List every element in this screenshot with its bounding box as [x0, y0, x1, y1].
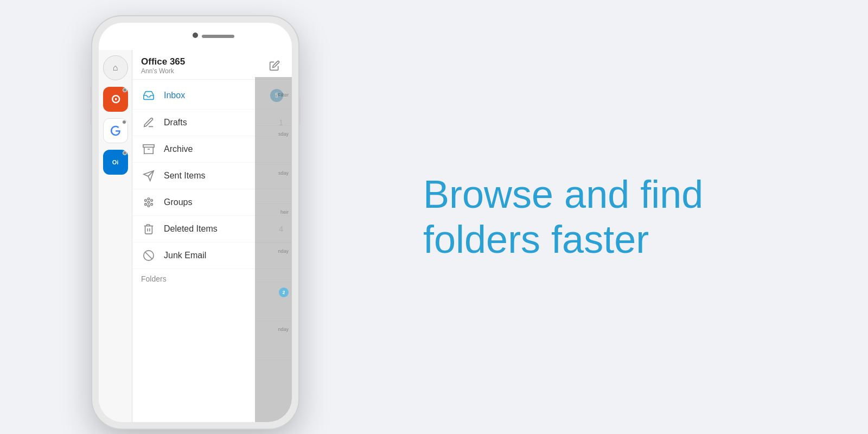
drafts-icon	[141, 117, 156, 129]
archive-icon	[141, 143, 156, 155]
overlay-date-7: nday	[278, 327, 289, 332]
svg-rect-0	[143, 145, 154, 148]
overlay-row-6: 2	[255, 283, 292, 321]
overlay-row-4: heir	[255, 205, 292, 243]
tagline: Browse and find folders faster	[423, 172, 703, 262]
sent-icon	[141, 170, 156, 182]
overlay-row-5: nday	[255, 244, 292, 282]
volume-up-button	[90, 87, 92, 103]
google-icon	[110, 125, 122, 137]
svg-point-8	[151, 203, 153, 206]
overlay-badge: 2	[279, 288, 289, 297]
overlay-row-3: sday	[255, 166, 292, 204]
app-icon-office[interactable]: ⊙	[103, 87, 128, 112]
overlay-date-4: heir	[280, 209, 289, 215]
mail-header: Office 365 Ann's Work	[132, 50, 292, 80]
account-subtitle: Ann's Work	[141, 67, 266, 75]
svg-point-6	[151, 200, 153, 202]
overlay-row-2: sday	[255, 127, 292, 165]
office-icon: ⊙	[111, 92, 120, 106]
svg-point-9	[148, 198, 150, 200]
outlook-icon: Oi	[112, 159, 119, 165]
phone-camera	[193, 33, 198, 38]
account-name: Office 365	[141, 56, 266, 67]
svg-point-5	[145, 200, 147, 202]
tagline-line2: folders faster	[423, 218, 649, 261]
svg-point-7	[145, 203, 147, 206]
overlay-date-5: nday	[278, 248, 289, 254]
account-info: Office 365 Ann's Work	[141, 56, 266, 75]
deleted-icon	[141, 223, 156, 235]
outlook-notification-dot	[123, 151, 127, 155]
power-button	[298, 98, 301, 125]
home-icon: ⌂	[113, 63, 118, 73]
groups-icon	[141, 196, 156, 208]
app-icon-home[interactable]: ⌂	[103, 55, 128, 80]
overlay-row-1: Filter	[255, 88, 292, 126]
phone: ⌂ ⊙ Oi	[92, 16, 298, 429]
phone-inner: ⌂ ⊙ Oi	[99, 23, 292, 422]
svg-point-4	[148, 201, 150, 203]
inbox-icon	[141, 90, 156, 101]
app-icon-google[interactable]	[103, 118, 128, 143]
svg-line-14	[145, 252, 152, 259]
overlay-date-2: sday	[278, 131, 289, 137]
overlay-date-1: Filter	[278, 92, 289, 98]
office-notification-dot	[123, 88, 127, 92]
inbox-label: Inbox	[164, 91, 263, 100]
left-section: ⌂ ⊙ Oi	[0, 0, 391, 434]
tagline-line1: Browse and find	[423, 173, 703, 216]
overlay-date-3: sday	[278, 170, 289, 176]
email-panel-overlay: Filter sday sday heir nday 2	[255, 77, 292, 422]
volume-down-button	[90, 108, 92, 125]
svg-point-10	[148, 205, 150, 207]
app-sidebar: ⌂ ⊙ Oi	[99, 50, 132, 422]
compose-button[interactable]	[266, 57, 283, 74]
phone-speaker	[202, 35, 234, 38]
screen: ⌂ ⊙ Oi	[99, 50, 292, 422]
compose-icon	[269, 60, 280, 71]
right-section: Browse and find folders faster	[391, 0, 868, 434]
google-notification-dot	[122, 120, 126, 124]
overlay-row-7: nday	[255, 322, 292, 360]
app-icon-outlook[interactable]: Oi	[103, 150, 128, 175]
junk-icon	[141, 250, 156, 261]
